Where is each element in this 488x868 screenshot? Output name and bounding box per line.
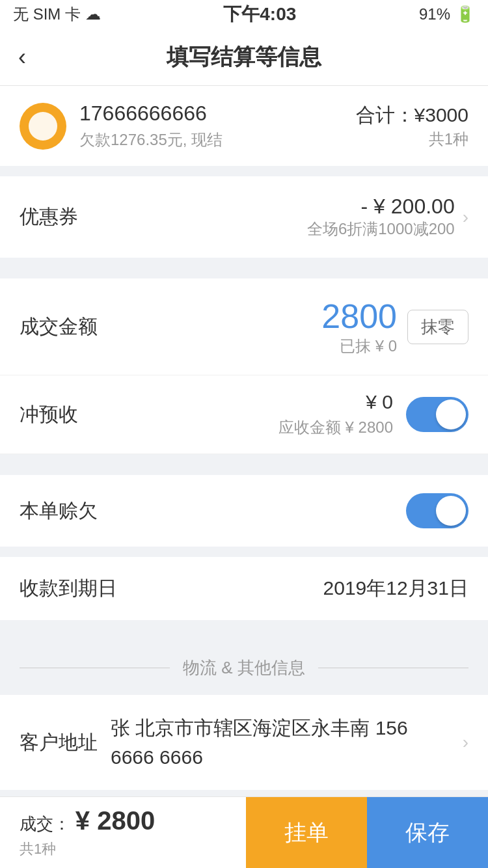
address-label: 客户地址 bbox=[20, 729, 98, 756]
address-value: 张 北京市市辖区海淀区永丰南 156 6666 6666 bbox=[111, 713, 450, 772]
divider-2 bbox=[0, 465, 488, 475]
battery-icon: 🔋 bbox=[455, 5, 475, 23]
due-date-label: 收款到期日 bbox=[20, 575, 117, 602]
credit-label: 本单赊欠 bbox=[20, 498, 98, 524]
prepay-sub: 应收金额 ¥ 2800 bbox=[278, 417, 393, 438]
user-sub: 欠款1276.35元, 现结 bbox=[79, 129, 223, 150]
prepay-label: 冲预收 bbox=[20, 401, 78, 428]
user-info-row: 17666666666 欠款1276.35元, 现结 合计：¥3000 共1种 bbox=[0, 86, 488, 166]
nav-bar: ‹ 填写结算等信息 bbox=[0, 29, 488, 86]
avatar bbox=[20, 103, 66, 150]
user-phone: 17666666666 bbox=[79, 102, 223, 126]
credit-toggle[interactable] bbox=[406, 493, 468, 528]
status-bar: 无 SIM 卡 ☁ 下午4:03 91% 🔋 bbox=[0, 0, 488, 29]
coupon-row[interactable]: 优惠券 - ¥ 200.00 全场6折满1000减200 › bbox=[0, 176, 488, 258]
prepay-toggle[interactable] bbox=[406, 397, 468, 432]
page-title: 填写结算等信息 bbox=[167, 42, 321, 72]
deal-amount-row: 成交金额 2800 已抹 ¥ 0 抹零 bbox=[0, 278, 488, 375]
coupon-discount: - ¥ 200.00 bbox=[307, 195, 455, 219]
bottom-count: 共1种 bbox=[20, 839, 226, 859]
deal-amount-sub: 已抹 ¥ 0 bbox=[340, 336, 397, 357]
user-count: 共1种 bbox=[356, 129, 468, 150]
battery-status: 91% bbox=[419, 5, 450, 23]
status-bar-right: 91% 🔋 bbox=[419, 5, 475, 23]
due-date-row: 收款到期日 2019年12月31日 bbox=[0, 557, 488, 620]
logistics-header: 物流 & 其他信息 bbox=[0, 641, 488, 695]
pending-button[interactable]: 挂单 bbox=[246, 797, 367, 869]
avatar-icon bbox=[29, 112, 57, 141]
address-chevron-icon: › bbox=[463, 732, 468, 753]
deal-amount-label: 成交金额 bbox=[20, 314, 98, 340]
credit-row: 本单赊欠 bbox=[0, 475, 488, 547]
bottom-deal-label: 成交： bbox=[20, 814, 70, 834]
deal-amount-section: 成交金额 2800 已抹 ¥ 0 抹零 冲预收 ¥ 0 应收金额 ¥ 2800 bbox=[0, 278, 488, 454]
prepay-row: 冲预收 ¥ 0 应收金额 ¥ 2800 bbox=[0, 375, 488, 454]
status-bar-left: 无 SIM 卡 ☁ bbox=[13, 4, 101, 25]
bottom-summary: 成交： ¥ 2800 共1种 bbox=[0, 806, 246, 859]
save-button[interactable]: 保存 bbox=[367, 797, 488, 869]
credit-section: 本单赊欠 bbox=[0, 475, 488, 547]
bottom-bar: 成交： ¥ 2800 共1种 挂单 保存 bbox=[0, 796, 488, 868]
round-zero-button[interactable]: 抹零 bbox=[407, 310, 468, 344]
bottom-deal-amount: ¥ 2800 bbox=[75, 806, 155, 835]
deal-amount-value: 2800 bbox=[321, 297, 397, 336]
prepay-amount: ¥ 0 bbox=[366, 391, 393, 413]
divider-1 bbox=[0, 268, 488, 278]
coupon-detail: 全场6折满1000减200 bbox=[307, 219, 455, 239]
status-bar-time: 下午4:03 bbox=[223, 2, 296, 27]
coupon-chevron-icon: › bbox=[463, 207, 468, 228]
back-button[interactable]: ‹ bbox=[18, 44, 26, 71]
logistics-title: 物流 & 其他信息 bbox=[183, 657, 305, 679]
sim-status: 无 SIM 卡 ☁ bbox=[13, 4, 101, 25]
content-area: 17666666666 欠款1276.35元, 现结 合计：¥3000 共1种 … bbox=[0, 86, 488, 868]
divider-3 bbox=[0, 631, 488, 641]
due-date-section: 收款到期日 2019年12月31日 bbox=[0, 557, 488, 620]
address-row[interactable]: 客户地址 张 北京市市辖区海淀区永丰南 156 6666 6666 › bbox=[0, 695, 488, 790]
due-date-value: 2019年12月31日 bbox=[323, 575, 468, 602]
coupon-label: 优惠券 bbox=[20, 204, 78, 230]
user-total: 合计：¥3000 bbox=[356, 102, 468, 129]
